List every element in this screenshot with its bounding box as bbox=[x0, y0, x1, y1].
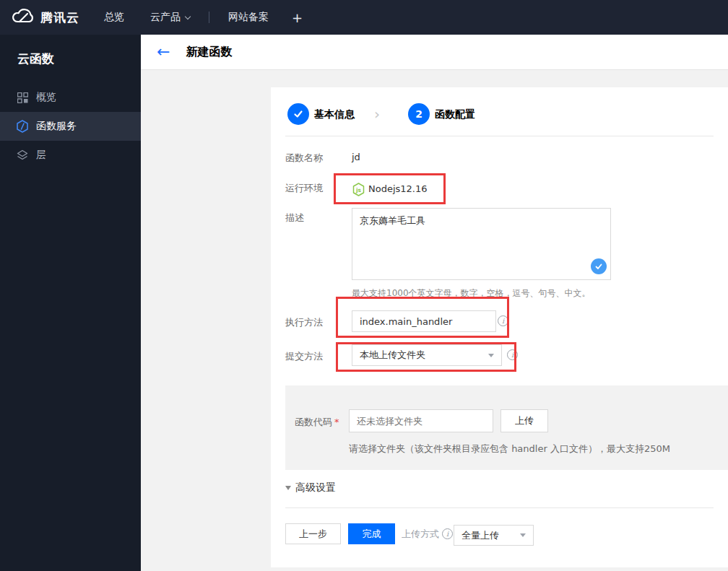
function-code-label-text: 函数代码 bbox=[295, 417, 332, 427]
check-icon bbox=[292, 108, 304, 120]
navbar-divider bbox=[209, 12, 209, 23]
runtime-label: 运行环境 bbox=[285, 182, 350, 195]
upload-mode-label-wrap: 上传方式 bbox=[402, 528, 439, 541]
grid-icon bbox=[16, 91, 29, 104]
sidebar-item-function-service[interactable]: 函数服务 bbox=[0, 112, 141, 141]
cloud-logo-icon bbox=[10, 7, 35, 27]
sidebar-title: 云函数 bbox=[0, 35, 141, 67]
nav-beian[interactable]: 网站备案 bbox=[228, 11, 269, 24]
submit-method-select[interactable]: 本地上传文件夹 bbox=[352, 344, 502, 366]
function-name-value: jd bbox=[352, 152, 360, 162]
sidebar-item-label: 函数服务 bbox=[36, 120, 77, 133]
advanced-settings-label: 高级设置 bbox=[295, 481, 336, 494]
page-header: ← 新建函数 bbox=[141, 35, 728, 70]
runtime-value: Nodejs12.16 bbox=[368, 183, 428, 194]
top-navbar: 腾讯云 总览 云产品 网站备案 + bbox=[0, 0, 728, 35]
step-2-indicator: 2 bbox=[408, 103, 430, 125]
sidebar-item-layers[interactable]: 层 bbox=[0, 141, 141, 170]
advanced-settings-toggle[interactable]: 高级设置 bbox=[285, 481, 336, 494]
page-title: 新建函数 bbox=[186, 45, 232, 60]
chevron-down-icon bbox=[488, 354, 494, 357]
sidebar-item-label: 层 bbox=[36, 149, 46, 162]
description-label: 描述 bbox=[285, 212, 350, 225]
step-1-label: 基本信息 bbox=[314, 108, 355, 121]
logo-text: 腾讯云 bbox=[40, 9, 79, 26]
scf-hexagon-icon bbox=[16, 120, 29, 133]
valid-check-icon bbox=[591, 258, 607, 274]
layers-icon bbox=[16, 149, 29, 162]
folder-input[interactable] bbox=[349, 409, 493, 432]
required-asterisk: * bbox=[334, 417, 339, 427]
sidebar-item-label: 概览 bbox=[36, 91, 56, 104]
sidebar: 云函数 概览 函数服务 层 bbox=[0, 35, 141, 571]
upload-button[interactable]: 上传 bbox=[500, 409, 548, 432]
tencent-cloud-logo[interactable]: 腾讯云 bbox=[10, 7, 79, 27]
svg-text:js: js bbox=[355, 187, 362, 193]
folder-hint: 请选择文件夹（该文件夹根目录应包含 handler 入口文件），最大支持250M bbox=[349, 443, 670, 456]
upload-mode-info-icon[interactable]: i bbox=[442, 528, 453, 539]
upload-mode-label: 上传方式 bbox=[402, 528, 439, 541]
triangle-down-icon bbox=[285, 486, 291, 490]
step-chevron-icon: › bbox=[374, 105, 380, 123]
handler-input[interactable] bbox=[352, 310, 496, 332]
chevron-down-icon bbox=[185, 13, 191, 19]
back-button[interactable]: ← bbox=[157, 44, 170, 60]
step-2-number: 2 bbox=[415, 108, 422, 120]
sidebar-item-overview[interactable]: 概览 bbox=[0, 83, 141, 112]
step-1-indicator bbox=[287, 103, 309, 125]
handler-info-icon[interactable]: i bbox=[498, 315, 508, 326]
handler-label: 执行方法 bbox=[285, 316, 350, 329]
nav-products[interactable]: 云产品 bbox=[150, 11, 190, 24]
upload-mode-value: 全量上传 bbox=[462, 529, 499, 542]
page-bottom-gap bbox=[271, 567, 728, 571]
function-code-label: 函数代码* bbox=[295, 416, 339, 429]
step-2-label: 函数配置 bbox=[435, 108, 475, 121]
description-textarea[interactable]: 京东薅羊毛工具 bbox=[352, 208, 611, 280]
nav-overview[interactable]: 总览 bbox=[104, 11, 124, 24]
create-function-card: 基本信息 › 2 函数配置 函数名称 jd 运行环境 js Nodejs12.1… bbox=[271, 87, 728, 567]
steps-divider bbox=[285, 136, 714, 136]
footer-divider bbox=[285, 507, 714, 508]
chevron-down-icon bbox=[520, 533, 526, 537]
upload-mode-select[interactable]: 全量上传 bbox=[454, 525, 534, 546]
add-tab-button[interactable]: + bbox=[292, 10, 303, 25]
previous-step-button[interactable]: 上一步 bbox=[285, 523, 341, 544]
nav-products-label: 云产品 bbox=[150, 11, 181, 24]
submit-method-label: 提交方法 bbox=[285, 350, 350, 363]
nodejs-icon: js bbox=[352, 183, 365, 199]
function-name-label: 函数名称 bbox=[285, 152, 350, 165]
submit-method-info-icon[interactable]: i bbox=[507, 349, 518, 360]
finish-button[interactable]: 完成 bbox=[348, 523, 395, 544]
submit-method-value: 本地上传文件夹 bbox=[360, 349, 425, 362]
description-hint: 最大支持1000个英文字母，数字，空格，逗号、句号、中文。 bbox=[352, 287, 591, 300]
